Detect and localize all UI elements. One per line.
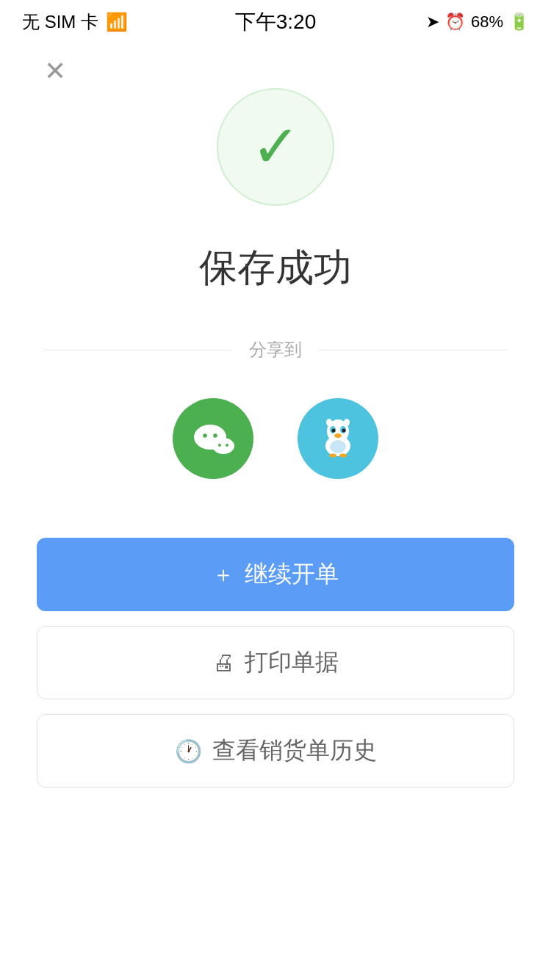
svg-point-17 xyxy=(344,419,350,426)
clock-icon: 🕐 xyxy=(175,738,202,764)
share-divider: 分享到 xyxy=(0,338,551,361)
qq-icon xyxy=(316,417,360,461)
close-icon: ✕ xyxy=(44,56,66,87)
location-icon: ➤ xyxy=(426,12,439,32)
status-bar: 无 SIM 卡 📶 下午3:20 ➤ ⏰ 68% 🔋 xyxy=(0,0,551,44)
share-divider-text: 分享到 xyxy=(231,338,320,361)
status-right: ➤ ⏰ 68% 🔋 xyxy=(426,12,529,32)
battery-text: 68% xyxy=(471,12,503,32)
continue-button-label: 继续开单 xyxy=(245,558,339,591)
action-buttons: ＋ 继续开单 🖨 打印单据 🕐 查看销货单历史 xyxy=(0,538,551,788)
svg-point-3 xyxy=(212,438,234,454)
alarm-icon: ⏰ xyxy=(445,12,465,32)
svg-point-10 xyxy=(332,429,336,433)
printer-icon: 🖨 xyxy=(212,650,234,675)
continue-button[interactable]: ＋ 继续开单 xyxy=(37,538,514,611)
qq-share-button[interactable] xyxy=(298,398,378,479)
svg-point-13 xyxy=(330,440,346,453)
checkmark-icon: ✓ xyxy=(251,118,300,176)
svg-point-4 xyxy=(218,444,221,447)
success-title: 保存成功 xyxy=(199,242,352,294)
status-time: 下午3:20 xyxy=(235,8,317,36)
history-button[interactable]: 🕐 查看销货单历史 xyxy=(37,714,514,788)
svg-point-14 xyxy=(329,454,336,458)
wifi-icon: 📶 xyxy=(106,12,128,32)
battery-icon: 🔋 xyxy=(509,12,529,32)
print-button[interactable]: 🖨 打印单据 xyxy=(37,626,514,699)
svg-point-15 xyxy=(339,454,347,458)
svg-point-16 xyxy=(326,419,332,426)
divider-line-left xyxy=(44,350,231,350)
svg-point-5 xyxy=(226,444,228,447)
close-button[interactable]: ✕ xyxy=(37,53,73,90)
svg-point-1 xyxy=(203,433,207,438)
wechat-share-button[interactable] xyxy=(173,398,253,479)
share-icons-row xyxy=(173,398,378,479)
main-content: ✓ 保存成功 分享到 xyxy=(0,44,551,788)
carrier-text: 无 SIM 卡 xyxy=(22,10,98,34)
print-button-label: 打印单据 xyxy=(245,646,339,679)
svg-point-11 xyxy=(342,429,346,433)
success-circle: ✓ xyxy=(217,88,334,206)
history-button-label: 查看销货单历史 xyxy=(212,735,377,767)
svg-point-2 xyxy=(213,433,217,438)
wechat-icon xyxy=(190,415,237,463)
svg-point-12 xyxy=(334,433,342,438)
divider-line-right xyxy=(320,350,507,350)
status-left: 无 SIM 卡 📶 xyxy=(22,10,128,34)
plus-icon: ＋ xyxy=(212,560,234,590)
